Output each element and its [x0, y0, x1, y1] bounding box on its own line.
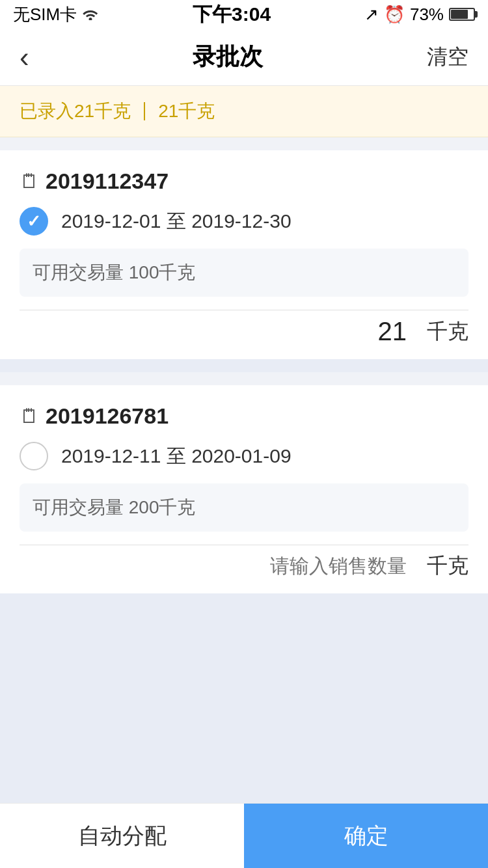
batch2-radio[interactable] — [20, 442, 48, 470]
batch1-icon: 🗒 — [20, 170, 39, 193]
batch2-number: 2019126781 — [46, 403, 169, 429]
auto-distribute-button[interactable]: 自动分配 — [0, 804, 244, 868]
batch1-number: 2019112347 — [46, 169, 169, 194]
battery-icon — [449, 8, 475, 21]
batch1-unit: 千克 — [427, 318, 468, 346]
info-divider — [144, 102, 145, 120]
batch1-quantity-input[interactable] — [338, 317, 416, 346]
wifi-icon — [82, 5, 99, 25]
carrier-text: 无SIM卡 — [13, 3, 77, 26]
batch2-date-row[interactable]: 2019-12-11 至 2020-01-09 — [0, 435, 488, 477]
status-bar: 无SIM卡 下午3:04 ↗ ⏰ 73% — [0, 0, 488, 29]
info-amount: 21千克 — [158, 99, 215, 124]
status-right: ↗ ⏰ 73% — [364, 5, 475, 25]
batch1-card: 🗒 2019112347 2019-12-01 至 2019-12-30 可用交… — [0, 150, 488, 359]
batch1-radio[interactable] — [20, 207, 48, 236]
info-bar: 已录入21千克 21千克 — [0, 86, 488, 137]
content-area: 🗒 2019112347 2019-12-01 至 2019-12-30 可用交… — [0, 150, 488, 868]
status-left: 无SIM卡 — [13, 3, 99, 26]
battery-percentage: 73% — [410, 5, 444, 25]
location-icon: ↗ — [364, 5, 379, 25]
section-divider — [0, 359, 488, 372]
batch1-date-range: 2019-12-01 至 2019-12-30 — [61, 208, 291, 235]
batch1-available: 可用交易量 100千克 — [20, 249, 468, 297]
back-button[interactable]: ‹ — [20, 41, 29, 74]
batch2-header: 🗒 2019126781 — [0, 385, 488, 435]
page-title: 录批次 — [193, 41, 263, 73]
alarm-icon: ⏰ — [384, 5, 405, 25]
clear-button[interactable]: 清空 — [427, 43, 468, 72]
batch1-date-row[interactable]: 2019-12-01 至 2019-12-30 — [0, 200, 488, 242]
batch1-quantity-row: 千克 — [0, 310, 488, 359]
batch2-unit: 千克 — [427, 552, 468, 580]
batch2-quantity-row: 千克 — [0, 545, 488, 593]
batch2-available: 可用交易量 200千克 — [20, 483, 468, 532]
batch2-card: 🗒 2019126781 2019-12-11 至 2020-01-09 可用交… — [0, 385, 488, 593]
confirm-button[interactable]: 确定 — [244, 804, 488, 868]
status-time: 下午3:04 — [193, 1, 271, 28]
batch2-icon: 🗒 — [20, 405, 39, 427]
bottom-bar: 自动分配 确定 — [0, 803, 488, 868]
batch1-header: 🗒 2019112347 — [0, 150, 488, 200]
batch2-quantity-input[interactable] — [221, 555, 416, 577]
recorded-label: 已录入21千克 — [20, 99, 131, 124]
batch2-date-range: 2019-12-11 至 2020-01-09 — [61, 443, 291, 470]
nav-bar: ‹ 录批次 清空 — [0, 29, 488, 86]
